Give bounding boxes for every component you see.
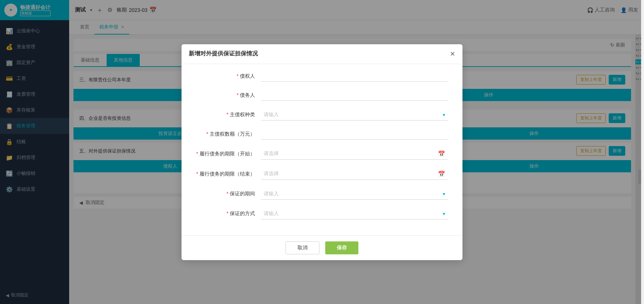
modal-body: * 债权人 * 债务人 * 主债权种类 请输入 [182,64,462,235]
modal-close-button[interactable]: ✕ [450,50,455,58]
chevron-down-icon-3: ▾ [443,211,445,217]
select-baozhengfangshi[interactable]: 请输入 ▾ [261,208,448,219]
date-placeholder-start: 请选择 [264,150,279,157]
form-row-lxqiqi-end: * 履行债务的期限（结束） 请选择 📅 [196,168,448,180]
required-star-3: * [227,112,228,117]
input-zhaiquanren[interactable] [261,71,448,82]
label-lxqiqi-start: * 履行债务的期限（开始） [196,151,261,157]
modal-header: 新增对外提供保证担保情况 ✕ [182,44,462,64]
required-star-7: * [227,191,228,196]
input-zhaiwuren[interactable] [261,90,448,101]
select-placeholder-baozhengperiod: 请输入 [264,191,279,197]
date-lxqiqi-start[interactable]: 请选择 📅 [261,148,448,160]
required-star-8: * [227,210,228,216]
form-row-zhuzhaizhonglei: * 主债权种类 请输入 ▾ [196,109,448,121]
form-row-zhuzhaishue: * 主债权数额（万元） [196,129,448,140]
select-zhuzhaizhonglei[interactable]: 请输入 ▾ [261,109,448,121]
label-baozhengfangshi: * 保证的方式 [196,210,261,217]
calendar-icon-end: 📅 [438,171,445,177]
modal-overlay: 新增对外提供保证担保情况 ✕ * 债权人 * 债务人 [0,0,644,304]
form-row-zhaiwuren: * 债务人 [196,90,448,101]
chevron-down-icon-1: ▾ [443,112,445,118]
modal: 新增对外提供保证担保情况 ✕ * 债权人 * 债务人 [182,44,462,260]
required-star-2: * [237,92,238,98]
date-placeholder-end: 请选择 [264,171,279,177]
select-baozhengperiod[interactable]: 请输入 ▾ [261,189,448,200]
required-star-6: * [196,171,198,177]
label-zhuzhaishue: * 主债权数额（万元） [196,131,261,137]
modal-footer: 取消 保存 [182,235,462,260]
form-row-baozhengperiod: * 保证的期间 请输入 ▾ [196,189,448,200]
modal-title: 新增对外提供保证担保情况 [189,50,258,58]
label-lxqiqi-end: * 履行债务的期限（结束） [196,171,261,177]
select-placeholder-zhuzhaizhonglei: 请输入 [264,112,279,118]
label-zhaiquanren: * 债权人 [196,73,261,80]
chevron-down-icon-2: ▾ [443,191,445,197]
label-baozhengperiod: * 保证的期间 [196,191,261,197]
form-row-baozhengfangshi: * 保证的方式 请输入 ▾ [196,208,448,219]
required-star: * [237,73,238,79]
save-button[interactable]: 保存 [325,241,358,254]
date-lxqiqi-end[interactable]: 请选择 📅 [261,168,448,180]
form-row-lxqiqi-start: * 履行债务的期限（开始） 请选择 📅 [196,148,448,160]
form-row-zhaiquanren: * 债权人 [196,71,448,82]
required-star-5: * [196,151,198,156]
label-zhuzhaizhonglei: * 主债权种类 [196,112,261,118]
select-placeholder-baozhengfangshi: 请输入 [264,210,279,217]
input-zhuzhaishue[interactable] [261,129,448,140]
calendar-icon-start: 📅 [438,150,445,157]
label-zhaiwuren: * 债务人 [196,92,261,99]
cancel-button[interactable]: 取消 [286,241,319,254]
required-star-4: * [206,131,208,137]
